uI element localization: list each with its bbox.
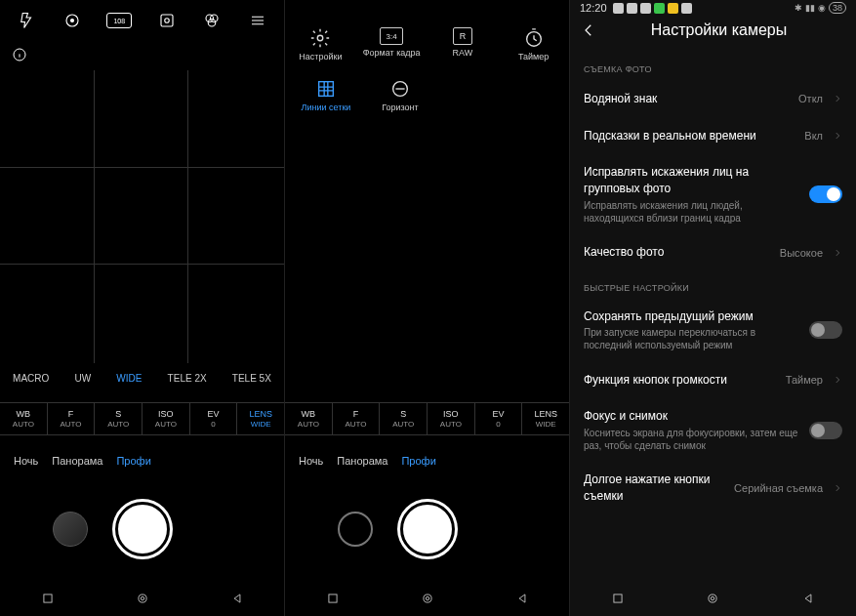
- settings-header: Настройки камеры: [570, 14, 856, 53]
- svg-point-1: [70, 20, 73, 22]
- chevron-right-icon: [833, 244, 842, 262]
- gallery-thumb-dark[interactable]: [338, 512, 373, 547]
- toggle-save-mode[interactable]: [809, 321, 842, 339]
- nav-back-icon[interactable]: [801, 592, 815, 605]
- mode-night[interactable]: Ночь: [299, 455, 323, 467]
- camera-pane-mid: Настройки 3:4 Формат кадра R RAW Таймер …: [285, 0, 570, 616]
- opt-ratio[interactable]: 3:4 Формат кадра: [358, 27, 425, 62]
- pro-iso[interactable]: ISOAUTO: [143, 403, 190, 434]
- timer-icon: [523, 27, 545, 49]
- back-icon[interactable]: [580, 21, 597, 39]
- nav-home-icon[interactable]: [706, 592, 719, 605]
- svg-point-9: [138, 595, 145, 602]
- top-icons: 108: [0, 0, 284, 41]
- menu-icon[interactable]: [247, 10, 268, 31]
- nav-back-icon[interactable]: [230, 592, 244, 605]
- status-app-icons: [613, 3, 692, 14]
- chevron-right-icon: [833, 479, 842, 497]
- pro-lens[interactable]: LENSWIDE: [522, 403, 569, 434]
- mode-row: Ночь Панорама Профи: [0, 455, 284, 467]
- pro-params: WBAUTO FAUTO SAUTO ISOAUTO EV0 LENSWIDE: [0, 402, 284, 435]
- pro-ev[interactable]: EV0: [190, 403, 238, 434]
- svg-point-20: [712, 596, 715, 600]
- zoom-row: MACRO UW WIDE TELE 2X TELE 5X: [0, 373, 284, 384]
- nav-recent-icon[interactable]: [611, 592, 625, 605]
- row-long-press[interactable]: Долгое нажатие кнопки съемки Серийная съ…: [570, 462, 856, 514]
- zoom-uw[interactable]: UW: [74, 373, 91, 384]
- pro-params-mid: WBAUTO FAUTO SAUTO ISOAUTO EV0 LENSWIDE: [285, 402, 569, 435]
- svg-point-16: [423, 595, 430, 602]
- chevron-right-icon: [833, 90, 842, 107]
- row-face-distortion[interactable]: Исправлять искажения лиц на групповых фо…: [570, 154, 856, 234]
- svg-point-19: [709, 595, 716, 602]
- row-save-mode[interactable]: Сохранять предыдущий режим При запуске к…: [570, 299, 856, 362]
- opt-timer[interactable]: Таймер: [501, 27, 567, 62]
- viewfinder-grid: [0, 70, 284, 363]
- grid-icon: [315, 78, 337, 100]
- opt-horizon[interactable]: Горизонт: [367, 78, 433, 113]
- mode-panorama[interactable]: Панорама: [52, 455, 102, 467]
- section-photo: СЪЕМКА ФОТО: [570, 53, 856, 80]
- pro-iso[interactable]: ISOAUTO: [428, 403, 475, 434]
- pro-s[interactable]: SAUTO: [380, 403, 428, 434]
- section-quick: БЫСТРЫЕ НАСТРОЙКИ: [570, 271, 856, 299]
- svg-rect-18: [614, 595, 622, 602]
- pro-ev[interactable]: EV0: [475, 403, 523, 434]
- status-time: 12:20: [580, 2, 607, 14]
- mode-night[interactable]: Ночь: [14, 455, 38, 467]
- row-focus-shot[interactable]: Фокус и снимок Коснитесь экрана для фоку…: [570, 398, 856, 462]
- mode-panorama[interactable]: Панорама: [337, 455, 387, 467]
- zoom-tele5x[interactable]: TELE 5X: [232, 373, 271, 384]
- android-nav: [285, 581, 569, 616]
- opt-raw[interactable]: R RAW: [429, 27, 496, 62]
- toggle-focus-shot[interactable]: [809, 422, 842, 439]
- pro-f[interactable]: FAUTO: [48, 403, 96, 434]
- flash-icon[interactable]: [16, 10, 37, 31]
- info-icon[interactable]: [0, 41, 284, 72]
- opt-settings[interactable]: Настройки: [287, 27, 353, 62]
- pro-wb[interactable]: WBAUTO: [285, 403, 333, 434]
- android-nav: [570, 581, 856, 616]
- gear-icon: [309, 27, 331, 49]
- mode-row-mid: Ночь Панорама Профи: [285, 455, 569, 467]
- ratio-icon: 3:4: [380, 27, 403, 45]
- android-nav: [0, 581, 284, 616]
- live-icon[interactable]: [61, 10, 83, 31]
- shutter-button[interactable]: [400, 502, 455, 556]
- page-title: Настройки камеры: [609, 21, 829, 39]
- zoom-tele2x[interactable]: TELE 2X: [168, 373, 207, 384]
- zoom-macro[interactable]: MACRO: [13, 373, 49, 384]
- row-quality[interactable]: Качество фото Высокое: [570, 234, 856, 271]
- svg-point-11: [318, 35, 324, 41]
- pro-f[interactable]: FAUTO: [333, 403, 381, 434]
- nav-recent-icon[interactable]: [326, 592, 340, 605]
- 108mp-icon[interactable]: 108: [106, 13, 132, 28]
- shutter-button[interactable]: [115, 502, 170, 556]
- gallery-thumb[interactable]: [53, 512, 88, 547]
- ai-scene-icon[interactable]: [156, 10, 178, 31]
- svg-rect-8: [43, 595, 51, 602]
- raw-icon: R: [453, 27, 472, 45]
- mode-pro[interactable]: Профи: [116, 455, 150, 467]
- nav-home-icon[interactable]: [136, 592, 149, 605]
- row-watermark[interactable]: Водяной знак Откл: [570, 80, 856, 117]
- toggle-face-distortion[interactable]: [809, 185, 842, 203]
- nav-back-icon[interactable]: [515, 592, 529, 605]
- pro-s[interactable]: SAUTO: [95, 403, 143, 434]
- nav-home-icon[interactable]: [421, 592, 434, 605]
- row-hints[interactable]: Подсказки в реальном времени Вкл: [570, 117, 856, 154]
- battery-icon: 38: [829, 2, 846, 14]
- nav-recent-icon[interactable]: [41, 592, 55, 605]
- opt-gridlines[interactable]: Линии сетки: [293, 78, 359, 113]
- mode-pro[interactable]: Профи: [401, 455, 435, 467]
- pro-wb[interactable]: WBAUTO: [0, 403, 48, 434]
- pro-lens[interactable]: LENSWIDE: [237, 403, 284, 434]
- zoom-wide[interactable]: WIDE: [116, 373, 142, 384]
- filter-icon[interactable]: [201, 10, 223, 31]
- chevron-right-icon: [833, 127, 842, 144]
- signal-icon: ▮▮: [805, 3, 815, 13]
- shutter-area-mid: [285, 490, 569, 568]
- wifi-icon: ◉: [818, 3, 826, 13]
- row-volume-btn[interactable]: Функция кнопок громкости Таймер: [570, 361, 856, 398]
- chevron-right-icon: [833, 371, 842, 389]
